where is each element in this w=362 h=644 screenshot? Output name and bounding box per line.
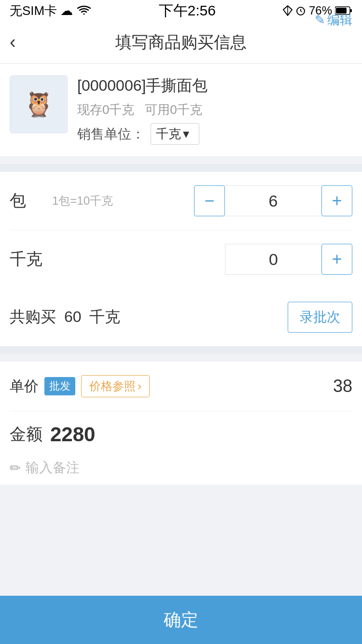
price-ref-button[interactable]: 价格参照 › bbox=[81, 375, 150, 397]
batch-button[interactable]: 录批次 bbox=[288, 302, 352, 333]
kg-controls: + bbox=[225, 244, 352, 275]
package-input-section: 包 1包=10千克 − + 千克 + bbox=[0, 172, 362, 288]
kg-label: 千克 bbox=[10, 248, 48, 270]
note-row: ✏ 输入备注 bbox=[10, 454, 352, 477]
summary-row: 共购买 60 千克 录批次 bbox=[10, 288, 352, 346]
wifi-icon bbox=[77, 5, 91, 16]
location-icon bbox=[283, 5, 292, 16]
unit-label: 销售单位： bbox=[77, 125, 145, 143]
confirm-text: 确定 bbox=[164, 608, 198, 632]
price-section: 单价 批发 价格参照 › 38 bbox=[0, 362, 362, 411]
package-input[interactable] bbox=[225, 185, 321, 216]
status-time: 下午2:56 bbox=[159, 1, 216, 21]
status-left: 无SIM卡 ☁ bbox=[10, 2, 91, 19]
page-title: 填写商品购买信息 bbox=[115, 31, 247, 54]
back-button[interactable]: ‹ bbox=[10, 32, 16, 53]
no-sim-text: 无SIM卡 ☁ bbox=[10, 2, 73, 19]
product-unit-row: 销售单位： 千克 ▾ bbox=[77, 123, 352, 145]
amount-value: 2280 bbox=[50, 423, 95, 446]
alarm-icon bbox=[295, 5, 306, 16]
price-value: 38 bbox=[333, 376, 352, 396]
summary-text: 共购买 60 千克 bbox=[10, 307, 120, 328]
amount-row: 金额 2280 bbox=[10, 423, 352, 446]
product-image: 🦉 bbox=[10, 75, 68, 133]
product-info: [0000006]手撕面包 现存0千克 可用0千克 销售单位： 千克 ▾ bbox=[77, 75, 352, 145]
product-card: 🦉 [0000006]手撕面包 现存0千克 可用0千克 销售单位： 千克 ▾ ✎… bbox=[0, 64, 362, 156]
package-controls: − + bbox=[194, 185, 352, 216]
note-placeholder: 输入备注 bbox=[26, 459, 80, 477]
amount-section: 金额 2280 ✏ 输入备注 bbox=[0, 411, 362, 485]
price-label: 单价 bbox=[10, 377, 39, 396]
divider-2 bbox=[0, 346, 362, 354]
package-input-row: 包 1包=10千克 − + bbox=[10, 172, 352, 230]
unit-select[interactable]: 千克 ▾ bbox=[151, 123, 199, 145]
confirm-bar[interactable]: 确定 bbox=[0, 596, 362, 644]
product-name: [0000006]手撕面包 bbox=[77, 75, 352, 97]
package-plus-button[interactable]: + bbox=[321, 185, 352, 216]
note-icon: ✏ bbox=[10, 460, 21, 476]
package-sublabel: 1包=10千克 bbox=[52, 193, 194, 209]
amount-label: 金额 bbox=[10, 423, 42, 446]
product-icon: 🦉 bbox=[24, 90, 54, 118]
kg-plus-button[interactable]: + bbox=[321, 244, 352, 275]
kg-input-row: 千克 + bbox=[10, 230, 352, 288]
pifa-badge: 批发 bbox=[44, 377, 75, 395]
summary-section: 共购买 60 千克 录批次 bbox=[0, 288, 362, 346]
price-row: 单价 批发 价格参照 › 38 bbox=[10, 362, 352, 411]
status-bar: 无SIM卡 ☁ 下午2:56 76% bbox=[0, 0, 362, 21]
package-label: 包 bbox=[10, 190, 48, 212]
kg-input[interactable] bbox=[225, 244, 321, 275]
package-minus-button[interactable]: − bbox=[194, 185, 225, 216]
edit-button[interactable]: ✎ 编辑 bbox=[315, 12, 352, 28]
svg-line-3 bbox=[301, 11, 302, 12]
divider-1 bbox=[0, 164, 362, 172]
product-stock: 现存0千克 可用0千克 bbox=[77, 101, 352, 118]
nav-bar: ‹ 填写商品购买信息 bbox=[0, 21, 362, 64]
